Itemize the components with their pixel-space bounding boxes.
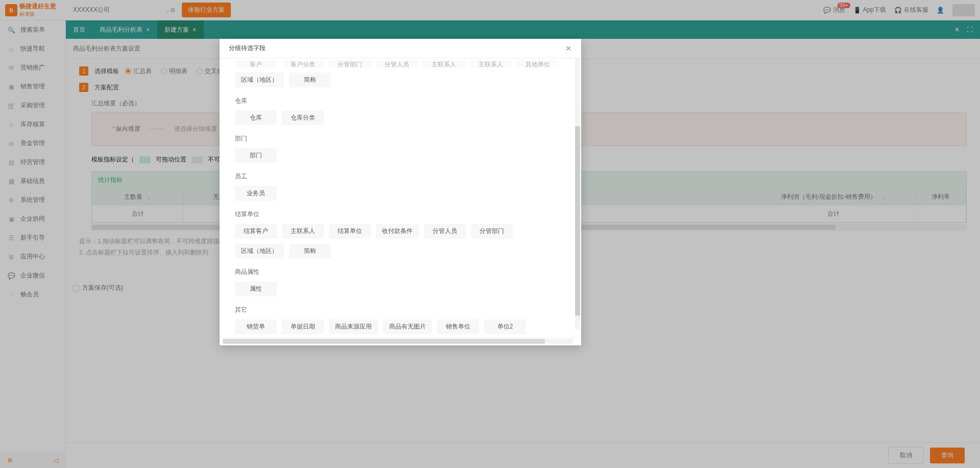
field-tag[interactable]: 分管部门 (329, 60, 371, 67)
group-title: 员工 (235, 172, 559, 181)
field-tag[interactable]: 结算客户 (235, 224, 277, 239)
field-tag[interactable]: 区域（地区） (235, 244, 284, 259)
field-tags: 业务员 (235, 186, 559, 201)
field-tag[interactable]: 其他单位 (517, 60, 559, 67)
field-tag[interactable]: 主联系人 (423, 60, 465, 67)
modal-body: 客户客户分类分管部门分管人员主联系人主联系人其他单位 区域（地区）简称 仓库仓库… (220, 58, 574, 337)
field-group: 仓库仓库仓库分类 (235, 97, 559, 125)
field-tags: 仓库仓库分类 (235, 110, 559, 125)
field-tag[interactable]: 销货单 (235, 319, 277, 334)
field-group: 结算单位结算客户主联系人结算单位收付款条件分管人员分管部门区域（地区）简称 (235, 210, 559, 259)
field-tag[interactable]: 商品来源应用 (329, 319, 378, 334)
field-group: 商品属性属性 (235, 268, 559, 296)
field-tag[interactable]: 简称 (289, 73, 331, 87)
field-group: 员工业务员 (235, 172, 559, 201)
field-tag[interactable]: 仓库分类 (282, 110, 324, 125)
modal-title: 分组待选字段 (229, 44, 266, 53)
field-tag[interactable]: 简称 (289, 244, 331, 259)
group-title: 部门 (235, 134, 559, 143)
field-tag[interactable]: 分管部门 (471, 224, 513, 239)
field-tags: 结算客户主联系人结算单位收付款条件分管人员分管部门区域（地区）简称 (235, 224, 559, 259)
group-title: 仓库 (235, 97, 559, 105)
field-tag[interactable]: 主联系人 (470, 60, 512, 67)
field-tag[interactable]: 业务员 (235, 186, 277, 201)
group-title: 其它 (235, 306, 559, 314)
field-group: 其它销货单单据日期商品来源应用商品有无图片销售单位单位2主计量制单人审核人出库人… (235, 306, 559, 337)
extra-tags: 区域（地区）简称 (235, 73, 559, 87)
modal-hscroll-area (220, 337, 581, 345)
field-tag[interactable]: 分管人员 (376, 60, 418, 67)
partial-visible-row: 客户客户分类分管部门分管人员主联系人主联系人其他单位 (235, 60, 559, 67)
field-tag[interactable]: 部门 (235, 148, 277, 163)
v-scrollbar[interactable] (575, 58, 580, 329)
field-modal: 分组待选字段 ✕ 客户客户分类分管部门分管人员主联系人主联系人其他单位 区域（地… (220, 39, 581, 345)
field-tags: 部门 (235, 148, 559, 163)
field-tag[interactable]: 商品有无图片 (383, 319, 432, 334)
field-group: 部门部门 (235, 134, 559, 163)
field-tag[interactable]: 仓库 (235, 110, 277, 125)
group-title: 结算单位 (235, 210, 559, 219)
field-tag[interactable]: 销售单位 (437, 319, 479, 334)
field-tags: 属性 (235, 282, 559, 296)
field-tag[interactable]: 属性 (235, 282, 277, 296)
field-tag[interactable]: 主联系人 (282, 224, 324, 239)
field-tag[interactable]: 客户 (235, 60, 277, 67)
field-tag[interactable]: 单据日期 (282, 319, 324, 334)
h-scrollbar[interactable] (223, 339, 573, 344)
field-tags: 销货单单据日期商品来源应用商品有无图片销售单位单位2主计量制单人审核人出库人预计… (235, 319, 559, 337)
modal-header: 分组待选字段 ✕ (220, 39, 581, 58)
field-tag[interactable]: 区域（地区） (235, 73, 284, 87)
close-icon[interactable]: ✕ (565, 44, 572, 53)
field-tag[interactable]: 结算单位 (329, 224, 371, 239)
group-title: 商品属性 (235, 268, 559, 276)
field-tag[interactable]: 客户分类 (282, 60, 324, 67)
field-tag[interactable]: 分管人员 (424, 224, 466, 239)
field-tag[interactable]: 收付款条件 (376, 224, 419, 239)
field-tag[interactable]: 单位2 (484, 319, 526, 334)
